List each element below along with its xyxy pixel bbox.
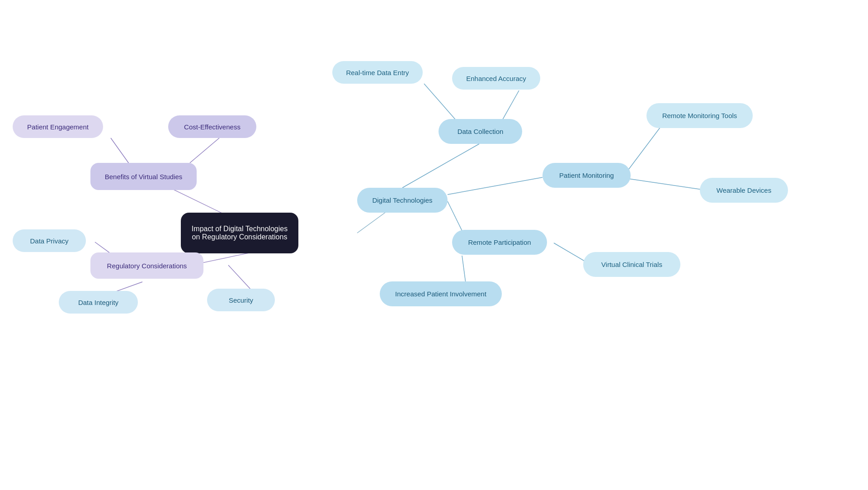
wearable-devices-node[interactable]: Wearable Devices xyxy=(700,178,788,203)
svg-line-4 xyxy=(448,177,542,195)
patient-engagement-node[interactable]: Patient Engagement xyxy=(13,115,103,138)
remote-monitoring-tools-label: Remote Monitoring Tools xyxy=(662,112,737,119)
enhanced-accuracy-label: Enhanced Accuracy xyxy=(466,75,526,82)
patient-monitoring-node[interactable]: Patient Monitoring xyxy=(542,163,631,188)
cost-effectiveness-label: Cost-Effectiveness xyxy=(184,123,241,131)
remote-participation-label: Remote Participation xyxy=(468,238,531,246)
data-integrity-node[interactable]: Data Integrity xyxy=(59,291,138,314)
real-time-data-entry-label: Real-time Data Entry xyxy=(346,69,409,76)
wearable-devices-label: Wearable Devices xyxy=(717,186,771,194)
svg-line-3 xyxy=(402,144,479,188)
remote-participation-node[interactable]: Remote Participation xyxy=(452,230,547,255)
cost-effectiveness-node[interactable]: Cost-Effectiveness xyxy=(168,115,256,138)
security-node[interactable]: Security xyxy=(207,289,275,311)
digital-technologies-node[interactable]: Digital Technologies xyxy=(357,188,448,213)
data-privacy-label: Data Privacy xyxy=(30,237,68,245)
digital-technologies-label: Digital Technologies xyxy=(372,196,432,204)
svg-line-5 xyxy=(448,201,462,231)
security-label: Security xyxy=(229,296,253,304)
data-collection-node[interactable]: Data Collection xyxy=(439,119,522,144)
benefits-virtual-studies-node[interactable]: Benefits of Virtual Studies xyxy=(90,163,197,190)
svg-line-11 xyxy=(462,256,466,283)
data-privacy-node[interactable]: Data Privacy xyxy=(13,229,86,252)
regulatory-considerations-label: Regulatory Considerations xyxy=(107,262,187,270)
svg-line-9 xyxy=(628,179,705,190)
virtual-clinical-trials-label: Virtual Clinical Trials xyxy=(601,261,662,268)
data-collection-label: Data Collection xyxy=(458,128,504,135)
center-node[interactable]: Impact of Digital Technologies on Regula… xyxy=(181,213,298,253)
remote-monitoring-tools-node[interactable]: Remote Monitoring Tools xyxy=(646,103,753,128)
center-label: Impact of Digital Technologies on Regula… xyxy=(190,225,289,241)
enhanced-accuracy-node[interactable]: Enhanced Accuracy xyxy=(452,67,540,90)
benefits-virtual-studies-label: Benefits of Virtual Studies xyxy=(105,173,183,181)
svg-line-8 xyxy=(628,128,660,170)
patient-engagement-label: Patient Engagement xyxy=(27,123,89,131)
svg-line-15 xyxy=(228,265,251,290)
svg-line-13 xyxy=(190,138,219,163)
increased-patient-involvement-node[interactable]: Increased Patient Involvement xyxy=(380,281,502,306)
regulatory-considerations-node[interactable]: Regulatory Considerations xyxy=(90,252,203,279)
increased-patient-involvement-label: Increased Patient Involvement xyxy=(395,290,486,298)
virtual-clinical-trials-node[interactable]: Virtual Clinical Trials xyxy=(583,252,680,277)
patient-monitoring-label: Patient Monitoring xyxy=(559,171,614,179)
data-integrity-label: Data Integrity xyxy=(78,299,118,306)
real-time-data-entry-node[interactable]: Real-time Data Entry xyxy=(332,61,423,84)
